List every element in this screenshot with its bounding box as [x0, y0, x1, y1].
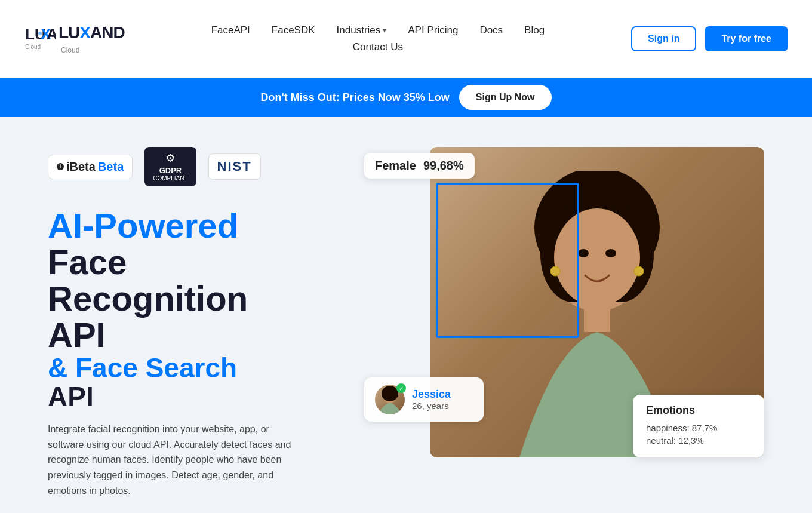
- headline-ai-powered: AI-Powered: [48, 208, 358, 244]
- person-avatar-wrapper: ✓: [375, 385, 405, 414]
- emotions-title: Emotions: [646, 404, 751, 417]
- gdpr-badge: ⚙ GDPR COMPLIANT: [144, 147, 196, 186]
- signup-now-button[interactable]: Sign Up Now: [459, 85, 552, 110]
- headline-api2: API: [48, 382, 358, 411]
- logo-text: LUXAND: [59, 23, 125, 42]
- svg-point-4: [38, 32, 42, 35]
- headline-api: API: [48, 317, 358, 354]
- logo-x: X: [79, 23, 90, 42]
- nav-facesdk[interactable]: FaceSDK: [272, 24, 315, 36]
- gender-badge: Female 99,68%: [364, 153, 475, 179]
- headline-face-search: & Face Search: [48, 354, 358, 382]
- hero-description: Integrate facial recognition into your w…: [48, 422, 304, 498]
- try-free-button[interactable]: Try for free: [705, 26, 788, 51]
- ibeta-suffix: Beta: [98, 160, 124, 174]
- svg-point-14: [634, 266, 644, 276]
- nav-center: FaceAPI FaceSDK Industries ▾ API Pricing…: [211, 24, 545, 53]
- hero-section: i iBetaBeta ⚙ GDPR COMPLIANT NIST AI-Pow…: [0, 117, 812, 513]
- checkmark-icon: ✓: [396, 383, 406, 393]
- emotions-card: Emotions happiness: 87,7% neutral: 12,3%: [633, 395, 764, 457]
- badges-row: i iBetaBeta ⚙ GDPR COMPLIANT NIST: [48, 147, 358, 186]
- logo-cloud: Cloud: [61, 46, 125, 54]
- person-age: 26, years: [412, 401, 451, 411]
- nav-industries[interactable]: Industries ▾: [337, 24, 387, 36]
- chevron-down-icon: ▾: [383, 26, 386, 35]
- ibeta-label: iBeta: [66, 160, 96, 174]
- nav-docs[interactable]: Docs: [479, 24, 503, 36]
- banner-text-highlight: Now 35% Low: [378, 91, 450, 103]
- svg-point-16: [382, 386, 398, 401]
- nist-badge: NIST: [208, 153, 261, 180]
- emotion-neutral: neutral: 12,3%: [646, 435, 751, 446]
- person-name: Jessica: [412, 388, 451, 401]
- svg-point-12: [605, 249, 616, 257]
- nav-row1: FaceAPI FaceSDK Industries ▾ API Pricing…: [211, 24, 545, 36]
- face-detection-box: [436, 183, 579, 338]
- hero-left: i iBetaBeta ⚙ GDPR COMPLIANT NIST AI-Pow…: [48, 147, 358, 513]
- promo-banner: Don't Miss Out: Prices Now 35% Low Sign …: [0, 78, 812, 117]
- nav-industries-label: Industries: [337, 24, 381, 36]
- nav-api-pricing[interactable]: API Pricing: [408, 24, 458, 36]
- person-card: ✓ Jessica 26, years: [364, 377, 484, 422]
- signin-button[interactable]: Sign in: [631, 26, 696, 51]
- gdpr-icon: ⚙: [165, 152, 175, 165]
- person-info: Jessica 26, years: [412, 388, 451, 411]
- nav-actions: Sign in Try for free: [631, 26, 788, 51]
- svg-text:Cloud: Cloud: [25, 44, 41, 50]
- nav-blog[interactable]: Blog: [524, 24, 545, 36]
- gdpr-label: GDPR: [159, 166, 182, 175]
- svg-point-11: [578, 249, 589, 257]
- hero-right: Female 99,68% ✓ Jessica: [358, 147, 764, 513]
- svg-text:AN: AN: [47, 25, 56, 43]
- nav-faceapi[interactable]: FaceAPI: [211, 24, 250, 36]
- banner-text-before: Don't Miss Out: Prices: [261, 91, 375, 103]
- face-demo: Female 99,68% ✓ Jessica: [358, 147, 764, 457]
- gender-label: Female: [375, 159, 416, 173]
- nav-row2: Contact Us: [353, 41, 403, 53]
- gender-percent: 99,68%: [423, 159, 464, 173]
- svg-rect-10: [584, 302, 610, 332]
- headline-face: Face: [48, 244, 358, 281]
- emotion-happiness: happiness: 87,7%: [646, 423, 751, 433]
- gdpr-sub: COMPLIANT: [153, 175, 187, 182]
- logo[interactable]: LU X AN Cloud LUXAND Cloud: [24, 23, 125, 55]
- navbar: LU X AN Cloud LUXAND Cloud FaceAPI FaceS…: [0, 0, 812, 78]
- logo-lu: LU: [59, 23, 79, 42]
- headline-recognition: Recognition: [48, 281, 358, 317]
- banner-text: Don't Miss Out: Prices Now 35% Low: [261, 91, 450, 104]
- ibeta-badge: i iBetaBeta: [48, 155, 133, 179]
- ibeta-dot: i: [57, 163, 64, 170]
- nav-contact[interactable]: Contact Us: [353, 41, 403, 53]
- logo-and: AND: [90, 23, 125, 42]
